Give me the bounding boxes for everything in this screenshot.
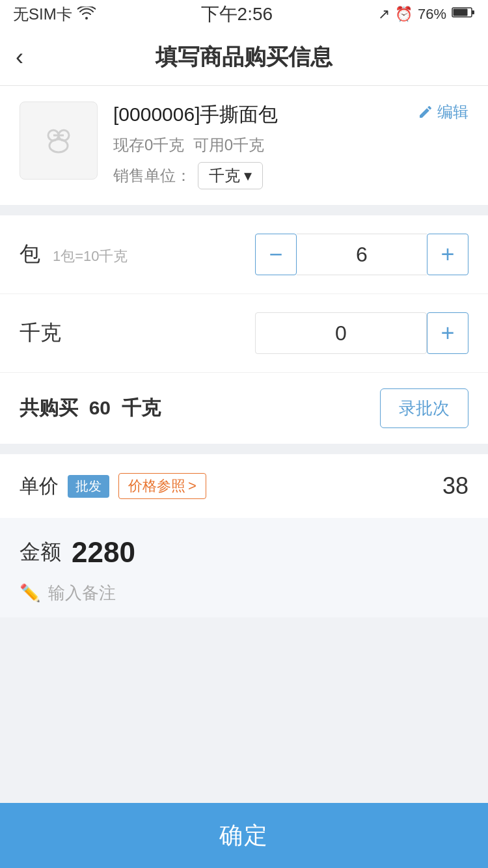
total-text: 共购买 60 千克 — [20, 395, 161, 422]
product-info: [0000006]手撕面包 现存0千克 可用0千克 销售单位： 千克 ▾ — [113, 102, 468, 189]
product-stock: 现存0千克 可用0千克 — [113, 135, 468, 156]
package-qty-control: − + — [255, 234, 468, 275]
wifi-icon — [77, 5, 96, 23]
package-increment-button[interactable]: + — [427, 234, 468, 275]
separator-2 — [0, 444, 488, 454]
confirm-label: 确定 — [219, 820, 269, 852]
unit-select[interactable]: 千克 ▾ — [198, 162, 263, 189]
package-label: 包 1包=10千克 — [20, 240, 255, 269]
location-icon: ↗ — [378, 6, 390, 23]
product-thumbnail — [20, 102, 98, 180]
package-qty-input[interactable] — [297, 234, 427, 275]
amount-row: 金额 2280 — [20, 536, 468, 569]
package-row: 包 1包=10千克 − + — [0, 215, 488, 294]
product-unit-row: 销售单位： 千克 ▾ — [113, 162, 468, 189]
pencil-icon: ✏️ — [20, 583, 40, 603]
package-decrement-button[interactable]: − — [255, 234, 297, 275]
battery-icon — [452, 6, 475, 23]
amount-label: 金额 — [20, 538, 61, 567]
page-title: 填写商品购买信息 — [156, 42, 332, 72]
status-left: 无SIM卡 — [13, 4, 96, 25]
svg-rect-2 — [454, 9, 468, 16]
price-label: 单价 — [20, 473, 59, 500]
confirm-button[interactable]: 确定 — [0, 803, 488, 868]
svg-point-5 — [49, 139, 68, 152]
status-bar: 无SIM卡 下午2:56 ↗ ⏰ 76% — [0, 0, 488, 29]
kilogram-increment-button[interactable]: + — [427, 312, 468, 354]
kilogram-qty-control: + — [255, 312, 468, 354]
price-label-area: 单价 批发 价格参照 > — [20, 473, 206, 500]
carrier-text: 无SIM卡 — [13, 4, 72, 25]
back-button[interactable]: ‹ — [16, 44, 23, 71]
amount-section: 金额 2280 ✏️ 输入备注 — [0, 518, 488, 617]
chevron-down-icon: ▾ — [244, 167, 252, 185]
total-row: 共购买 60 千克 录批次 — [0, 373, 488, 444]
battery-text: 76% — [418, 6, 446, 23]
price-section: 单价 批发 价格参照 > 38 — [0, 454, 488, 518]
note-row[interactable]: ✏️ 输入备注 — [20, 582, 468, 617]
kilogram-row: 千克 + — [0, 294, 488, 373]
kilogram-qty-input[interactable] — [255, 312, 427, 354]
product-name: [0000006]手撕面包 — [113, 102, 468, 128]
package-input-section: 包 1包=10千克 − + 千克 + — [0, 215, 488, 373]
separator-1 — [0, 205, 488, 215]
batch-record-button[interactable]: 录批次 — [380, 388, 468, 428]
product-card: [0000006]手撕面包 现存0千克 可用0千克 销售单位： 千克 ▾ 编辑 — [0, 86, 488, 205]
status-time: 下午2:56 — [201, 2, 273, 27]
edit-button[interactable]: 编辑 — [418, 102, 468, 122]
nav-bar: ‹ 填写商品购买信息 — [0, 29, 488, 86]
batch-tag: 批发 — [68, 475, 109, 498]
svg-rect-1 — [472, 10, 474, 14]
kilogram-label: 千克 — [20, 319, 255, 347]
chevron-right-icon: > — [188, 478, 197, 495]
status-right: ↗ ⏰ 76% — [378, 6, 475, 23]
note-placeholder: 输入备注 — [48, 582, 116, 604]
total-quantity: 60 — [89, 397, 111, 418]
price-ref-button[interactable]: 价格参照 > — [118, 473, 206, 499]
alarm-icon: ⏰ — [395, 6, 413, 23]
package-hint: 1包=10千克 — [53, 248, 128, 264]
price-value: 38 — [442, 472, 468, 500]
amount-value: 2280 — [72, 536, 135, 569]
